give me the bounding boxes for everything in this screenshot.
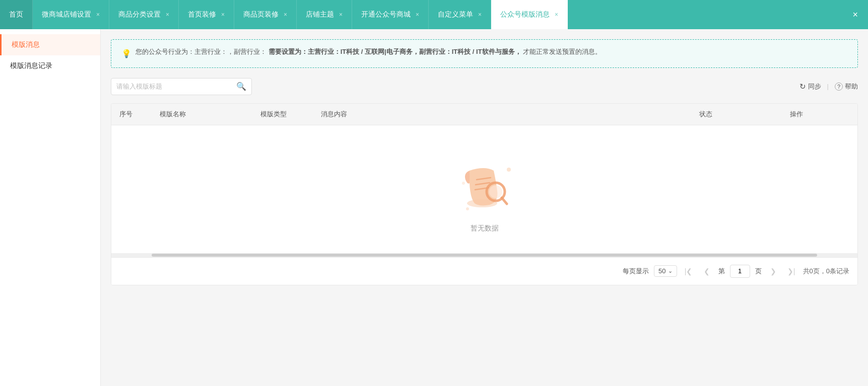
nav-label-open-mall: 开通公众号商城 (361, 10, 411, 19)
main-layout: 模版消息 模版消息记录 💡 您的公众号行业为：主营行业：，副营行业： 需要设置为… (0, 29, 868, 386)
nav-label-home: 首页 (9, 10, 23, 19)
nav-item-category-settings[interactable]: 商品分类设置 × (109, 0, 179, 29)
svg-line-6 (502, 198, 507, 204)
horizontal-scrollbar[interactable] (111, 253, 857, 257)
sidebar-label-template-message: 模版消息 (12, 40, 40, 48)
content-area: 💡 您的公众号行业为：主营行业：，副营行业： 需要设置为：主营行业：IT科技 /… (101, 29, 868, 386)
page-size-chevron: ⌄ (668, 268, 673, 274)
col-actions: 操作 (782, 104, 857, 125)
nav-item-shop-settings[interactable]: 微商城店铺设置 × (33, 0, 109, 29)
search-icon[interactable]: 🔍 (236, 82, 246, 91)
sync-label: 同步 (808, 82, 821, 91)
sidebar-label-template-record: 模版消息记录 (10, 61, 52, 69)
col-status: 状态 (691, 104, 782, 125)
data-table: 序号 模版名称 模版类型 消息内容 状态 操作 (111, 103, 858, 285)
nav-close-shop-theme[interactable]: × (339, 11, 343, 18)
nav-item-template-msg[interactable]: 公众号模版消息 × (491, 0, 568, 29)
col-name: 模版名称 (152, 104, 252, 125)
sync-button[interactable]: ↻ 同步 (799, 82, 821, 91)
notice-text-after: 才能正常发送预置的消息。 (523, 48, 602, 55)
nav-item-custom-menu[interactable]: 自定义菜单 × (429, 0, 491, 29)
col-content: 消息内容 (313, 104, 691, 125)
nav-label-home-decor: 首页装修 (188, 10, 216, 19)
page-size-select[interactable]: 50 ⌄ (654, 265, 677, 277)
nav-close-template-msg[interactable]: × (555, 11, 558, 18)
sidebar-item-template-record[interactable]: 模版消息记录 (0, 55, 100, 76)
nav-item-home[interactable]: 首页 (0, 0, 33, 29)
page-size-value: 50 (658, 267, 665, 275)
nav-item-shop-theme[interactable]: 店铺主题 × (297, 0, 352, 29)
pagination: 每页显示 50 ⌄ |❮ ❮ 第 页 ❯ ❯| 共0页，0条记录 (111, 257, 857, 285)
empty-svg-icon (454, 156, 515, 216)
col-type: 模版类型 (252, 104, 313, 125)
notice-text-before: 您的公众号行业为：主营行业：，副营行业： (136, 48, 266, 55)
page-number-input[interactable] (730, 265, 750, 278)
notice-box: 💡 您的公众号行业为：主营行业：，副营行业： 需要设置为：主营行业：IT科技 /… (111, 39, 858, 68)
empty-illustration (454, 156, 515, 216)
svg-point-7 (507, 168, 511, 172)
next-page-button[interactable]: ❯ (767, 265, 780, 278)
search-toolbar: 🔍 ↻ 同步 | ? 帮助 (111, 78, 858, 95)
prev-page-button[interactable]: ❮ (700, 265, 713, 278)
nav-close-product-decor[interactable]: × (284, 11, 287, 18)
nav-close-custom-menu[interactable]: × (478, 11, 482, 18)
first-page-button[interactable]: |❮ (682, 265, 695, 278)
nav-label-category-settings: 商品分类设置 (118, 10, 161, 19)
empty-text: 暂无数据 (471, 224, 499, 233)
help-label: 帮助 (845, 82, 858, 91)
page-label: 第 (718, 267, 725, 276)
toolbar-divider: | (827, 83, 829, 90)
svg-point-5 (489, 185, 502, 198)
toolbar-right: ↻ 同步 | ? 帮助 (799, 82, 858, 91)
col-index: 序号 (111, 104, 152, 125)
nav-item-home-decor[interactable]: 首页装修 × (179, 0, 234, 29)
sidebar: 模版消息 模版消息记录 (0, 29, 101, 386)
nav-close-open-mall[interactable]: × (416, 11, 419, 18)
nav-label-template-msg: 公众号模版消息 (500, 10, 550, 19)
svg-point-8 (466, 207, 469, 210)
nav-label-shop-theme: 店铺主题 (306, 10, 334, 19)
empty-state: 暂无数据 (111, 125, 857, 253)
notice-highlight: 需要设置为：主营行业：IT科技 / 互联网|电子商务，副营行业：IT科技 / I… (269, 48, 521, 55)
search-input[interactable] (116, 83, 236, 90)
search-input-wrap[interactable]: 🔍 (111, 78, 252, 95)
notice-text: 您的公众号行业为：主营行业：，副营行业： 需要设置为：主营行业：IT科技 / 互… (136, 47, 602, 57)
scrollbar-thumb[interactable] (152, 254, 817, 257)
nav-label-shop-settings: 微商城店铺设置 (42, 10, 91, 19)
page-size-label: 每页显示 (623, 267, 649, 276)
help-button[interactable]: ? 帮助 (835, 82, 858, 91)
nav-close-shop-settings[interactable]: × (96, 11, 100, 18)
nav-label-custom-menu: 自定义菜单 (438, 10, 473, 19)
nav-close-home-decor[interactable]: × (221, 11, 225, 18)
svg-point-9 (462, 182, 465, 185)
nav-item-open-mall[interactable]: 开通公众号商城 × (352, 0, 429, 29)
nav-close-all-button[interactable]: × (842, 0, 868, 29)
table-header: 序号 模版名称 模版类型 消息内容 状态 操作 (111, 104, 857, 125)
notice-icon: 💡 (121, 47, 131, 60)
nav-item-product-decor[interactable]: 商品页装修 × (234, 0, 297, 29)
help-icon: ? (835, 83, 843, 91)
last-page-button[interactable]: ❯| (785, 265, 798, 278)
page-unit: 页 (755, 267, 762, 276)
nav-label-product-decor: 商品页装修 (243, 10, 279, 19)
top-navigation: 首页 微商城店铺设置 × 商品分类设置 × 首页装修 × 商品页装修 × 店铺主… (0, 0, 868, 29)
total-info: 共0页，0条记录 (803, 267, 849, 276)
sync-icon: ↻ (799, 82, 806, 91)
sidebar-item-template-message[interactable]: 模版消息 (0, 34, 100, 55)
nav-close-category-settings[interactable]: × (166, 11, 169, 18)
